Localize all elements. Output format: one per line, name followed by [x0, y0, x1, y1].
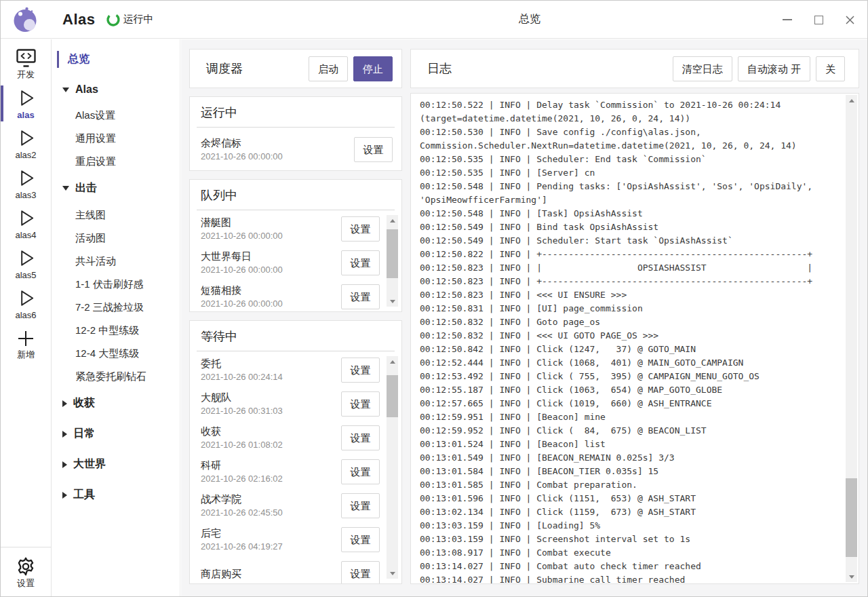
- stop-button[interactable]: 停止: [353, 56, 393, 81]
- rail-item-label: alas2: [15, 150, 36, 160]
- task-settings-button[interactable]: 设置: [341, 425, 380, 450]
- task-settings-button[interactable]: 设置: [341, 459, 380, 484]
- rail-item-dev[interactable]: 开发: [1, 43, 51, 83]
- menu-group[interactable]: 大世界: [52, 449, 180, 480]
- scroll-down-icon[interactable]: [387, 568, 398, 579]
- rail-item-alas3[interactable]: alas3: [1, 163, 51, 204]
- task-row: 大世界每日2021-10-26 00:00:00设置: [190, 246, 401, 280]
- minimize-button[interactable]: [782, 14, 793, 25]
- menu-item[interactable]: 主线图: [52, 204, 180, 227]
- scroll-thumb[interactable]: [387, 375, 398, 417]
- menu-item[interactable]: 重启设置: [52, 150, 180, 173]
- menu-item[interactable]: Alas设置: [52, 104, 180, 127]
- log-line: 00:12:50.831 | INFO | [UI] page_commissi…: [420, 302, 838, 315]
- log-line: 00:13:01.584 | INFO | [BEACON_TIER 0.035…: [420, 465, 838, 478]
- task-name: 余烬信标: [201, 136, 354, 150]
- rail-item-alas4[interactable]: alas4: [1, 204, 51, 244]
- menu-group[interactable]: 出击: [52, 173, 180, 204]
- log-line: (target=datetime.datetime(2021, 10, 26, …: [420, 112, 838, 126]
- rail-item-alas6[interactable]: alas6: [1, 284, 51, 324]
- gear-icon: [15, 556, 37, 577]
- menu-item[interactable]: 通用设置: [52, 127, 180, 150]
- task-name: 大舰队: [201, 390, 341, 404]
- profile-rail: 开发alasalas2alas3alas4alas5alas6 新增 设置: [1, 39, 52, 596]
- task-row: 商店购买设置: [190, 556, 401, 583]
- task-settings-button[interactable]: 设置: [341, 216, 380, 242]
- rail-settings-button[interactable]: 设置: [1, 547, 51, 596]
- scroll-thumb[interactable]: [846, 478, 857, 558]
- rail-item-label: alas5: [15, 270, 36, 280]
- clear-log-button[interactable]: 清空日志: [673, 56, 732, 81]
- task-next-run-time: 2021-10-26 00:00:00: [201, 297, 341, 310]
- waiting-scrollbar[interactable]: [387, 356, 398, 579]
- scroll-down-icon[interactable]: [846, 571, 857, 582]
- menu-item[interactable]: 12-4 大型练级: [52, 342, 180, 365]
- task-name: 委托: [201, 356, 341, 370]
- scroll-up-icon[interactable]: [387, 215, 398, 226]
- menu-item[interactable]: 紧急委托刷钻石: [52, 365, 180, 388]
- autoscroll-toggle-button[interactable]: 自动滚动 开: [738, 56, 810, 81]
- maximize-button[interactable]: [813, 14, 824, 25]
- log-line: 00:12:50.530 | INFO | Save config ./conf…: [420, 126, 838, 139]
- close-button[interactable]: [844, 14, 855, 25]
- menu-item[interactable]: 1-1 伏击刷好感: [52, 273, 180, 296]
- log-line: 00:12:57.665 | INFO | Click (1019, 660) …: [420, 397, 838, 410]
- menu-item[interactable]: 7-2 三战捡垃圾: [52, 296, 180, 319]
- task-settings-button[interactable]: 设置: [341, 493, 380, 518]
- scroll-down-icon[interactable]: [387, 296, 398, 307]
- task-settings-button[interactable]: 设置: [341, 358, 380, 383]
- title-bar: Alas 运行中 总览: [1, 1, 867, 39]
- log-line: 00:12:53.492 | INFO | Click ( 755, 395) …: [420, 370, 838, 383]
- log-output[interactable]: 00:12:50.522 | INFO | Delay task `Commis…: [410, 93, 859, 584]
- scheduler-status: 运行中: [106, 12, 153, 27]
- task-settings-button[interactable]: 设置: [341, 527, 380, 552]
- menu-group[interactable]: 收获: [52, 388, 180, 419]
- menu-item[interactable]: 共斗活动: [52, 250, 180, 273]
- chevron-right-icon: [62, 492, 67, 499]
- task-settings-button[interactable]: 设置: [341, 391, 380, 417]
- alas-logo-icon: [11, 5, 39, 34]
- log-line: 00:13:03.159 | INFO | Screenshot interva…: [420, 533, 838, 546]
- log-line: 00:13:01.585 | INFO | Combat preparation…: [420, 478, 838, 492]
- rail-item-label: alas: [17, 110, 34, 120]
- log-line: Commission.Scheduler.NextRun=datetime.da…: [420, 139, 838, 153]
- rail-item-label: alas6: [15, 310, 36, 320]
- log-line: 00:12:50.548 | INFO | [Task] OpsiAshAssi…: [420, 207, 838, 220]
- rail-item-label: alas4: [15, 230, 36, 240]
- menu-group[interactable]: Alas: [52, 75, 180, 104]
- pending-scrollbar[interactable]: [387, 215, 398, 307]
- task-name: 科研: [201, 458, 341, 472]
- log-line: 00:13:14.027 | INFO | Submarine call tim…: [420, 573, 838, 584]
- task-settings-button[interactable]: 设置: [341, 284, 380, 309]
- task-next-run-time: 2021-10-26 01:08:02: [201, 438, 341, 451]
- menu-group-label: 收获: [73, 396, 95, 410]
- task-settings-button[interactable]: 设置: [341, 561, 380, 584]
- task-next-run-time: 2021-10-26 00:31:03: [201, 404, 341, 417]
- scroll-up-icon[interactable]: [846, 95, 857, 106]
- log-off-button[interactable]: 关: [816, 56, 845, 81]
- scroll-thumb[interactable]: [387, 229, 398, 278]
- start-button[interactable]: 启动: [309, 56, 348, 81]
- nav-menu: 总览AlasAlas设置通用设置重启设置出击主线图活动图共斗活动1-1 伏击刷好…: [52, 39, 180, 596]
- status-label: 运行中: [123, 13, 153, 26]
- log-line: 00:12:50.842 | INFO | Click (1247, 37) @…: [420, 343, 838, 356]
- log-scrollbar[interactable]: [846, 95, 857, 582]
- rail-item-label: 开发: [17, 69, 35, 79]
- task-settings-button[interactable]: 设置: [341, 250, 380, 275]
- menu-item[interactable]: 12-2 中型练级: [52, 319, 180, 342]
- task-settings-button[interactable]: 设置: [354, 137, 393, 162]
- add-profile-button[interactable]: 新增: [1, 324, 51, 364]
- log-line: 00:12:50.823 | INFO | | OPSIASHASSIST |: [420, 261, 838, 275]
- menu-group[interactable]: 工具: [52, 480, 180, 510]
- task-name: 收获: [201, 424, 341, 438]
- waiting-section-title: 等待中: [197, 321, 395, 351]
- rail-item-alas2[interactable]: alas2: [1, 123, 51, 163]
- rail-item-alas[interactable]: alas: [1, 83, 51, 123]
- rail-item-alas5[interactable]: alas5: [1, 244, 51, 284]
- log-panel-header: 日志 清空日志 自动滚动 开 关: [410, 49, 859, 88]
- menu-item-overview[interactable]: 总览: [52, 46, 180, 73]
- task-row: 战术学院2021-10-26 02:45:50设置: [190, 488, 401, 522]
- menu-item[interactable]: 活动图: [52, 227, 180, 250]
- scroll-up-icon[interactable]: [387, 356, 398, 367]
- menu-group[interactable]: 日常: [52, 419, 180, 449]
